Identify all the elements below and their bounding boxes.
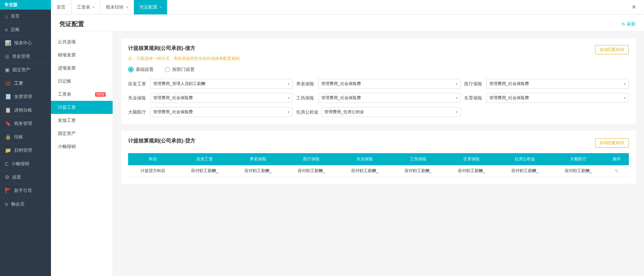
field-housing-select[interactable]: 管理费用_住房公积金 ▾ <box>321 107 461 117</box>
debit-section: 计提核算规则(公司承担)-借方 注：只能选择一种方式，系统将按照您当前的选择来配… <box>121 38 636 124</box>
col-major-medical: 大额医疗 <box>552 153 605 165</box>
field-injury-label: 工伤保险 <box>296 95 315 101</box>
sidebar-item-label: 小畅报销 <box>11 161 29 167</box>
sidebar-item-fixed-assets[interactable]: ▣ 固定资产 <box>0 63 51 77</box>
side-nav-input-invoice[interactable]: 进项发票 <box>51 62 113 75</box>
archive-icon: 📁 <box>5 147 11 153</box>
field-salary-select[interactable]: 管理费用_管理人员职工薪酬 ▾ <box>150 79 293 89</box>
sidebar-item-archive[interactable]: 📁 归档管理 <box>0 144 51 157</box>
window-close-button[interactable]: ✕ <box>629 2 638 12</box>
sidebar-item-closing[interactable]: 🔒 结账 <box>0 130 51 144</box>
tab-period-close-close[interactable]: × <box>126 5 128 9</box>
sidebar-item-xiao-report[interactable]: C 小畅报销 <box>0 157 51 171</box>
field-injury: 工伤保险 管理费用_社会保险费 ▾ <box>296 93 461 103</box>
invoice-icon: 🧾 <box>5 94 11 100</box>
closing-icon: 🔒 <box>5 134 11 140</box>
fixed-assets-icon: ▣ <box>5 67 10 73</box>
side-nav-calc-salary[interactable]: 计提工资 <box>51 101 113 114</box>
sidebar-item-settings[interactable]: ⚙ 设置 <box>0 171 51 184</box>
debit-auto-match-button[interactable]: 自动匹配科目 <box>595 45 629 54</box>
field-maternity: 生育保险 管理费用_社会保险费 ▾ <box>464 93 629 103</box>
cell-medical: 应付职工薪酬_ <box>285 165 338 177</box>
tab-home[interactable]: 首页 <box>51 0 71 14</box>
radio-department[interactable]: 按部门设置 <box>165 66 195 73</box>
side-nav-public-options[interactable]: 公共选项 <box>51 35 113 49</box>
side-nav: 公共选项 销项发票 进项发票 日记账 工资表 NEW 计提工资 发放工资 固 <box>51 31 113 276</box>
new-badge: NEW <box>95 92 106 97</box>
funds-icon: ◎ <box>5 53 9 60</box>
form-row-2: 失业保险 管理费用_社会保险费 ▾ 工伤保险 管理费用_社会保险费 ▾ <box>128 93 629 103</box>
guide-icon: 🚩 <box>5 188 11 194</box>
field-housing-label: 住房公积金 <box>296 109 319 115</box>
col-unemployment: 失业保险 <box>338 153 392 165</box>
field-medical-select[interactable]: 管理费用_社会保险费 ▾ <box>486 79 629 89</box>
sidebar-item-home[interactable]: ⌂ 首页 <box>0 10 51 23</box>
field-maternity-select[interactable]: 管理费用_社会保险费 ▾ <box>486 93 629 103</box>
sidebar-item-label: 税务管理 <box>14 120 32 127</box>
refresh-button[interactable]: ↻ 刷新 <box>622 21 636 27</box>
content-wrapper: 公共选项 销项发票 进项发票 日记账 工资表 NEW 计提工资 发放工资 固 <box>51 31 644 276</box>
sidebar-item-member[interactable]: V 畅会员 <box>0 198 51 211</box>
inout-icon: 📋 <box>5 107 11 113</box>
dropdown-arrow: ▾ <box>624 82 626 86</box>
sidebar-item-tax[interactable]: 🔖 税务管理 <box>0 117 51 130</box>
field-medical: 医疗保险 管理费用_社会保险费 ▾ <box>464 79 629 89</box>
side-nav-issue-salary[interactable]: 发放工资 <box>51 114 113 127</box>
sidebar-item-label: 报表中心 <box>14 40 32 46</box>
field-salary-label: 应发工资 <box>128 81 147 87</box>
col-pension: 养老保险 <box>231 153 285 165</box>
sidebar-item-label: 进销台账 <box>14 107 32 113</box>
side-nav-cancel-invoice[interactable]: 销项发票 <box>51 49 113 62</box>
tab-payroll-close[interactable]: × <box>92 5 94 9</box>
field-major-medical-value: 管理费用_社会保险费 <box>153 109 193 115</box>
radio-basic[interactable]: 基础设置 <box>128 66 154 73</box>
dropdown-arrow: ▾ <box>288 110 290 114</box>
cell-salary: 应付职工薪酬_ <box>178 165 231 177</box>
radio-basic-circle <box>128 67 134 72</box>
cell-action[interactable]: ✎ <box>605 165 629 177</box>
form-row-3: 大额医疗 管理费用_社会保险费 ▾ 住房公积金 管理费用_住房公积金 ▾ <box>128 107 629 117</box>
radio-basic-label: 基础设置 <box>136 66 154 73</box>
sidebar-item-invoice[interactable]: 🧾 发票管理 <box>0 90 51 104</box>
field-pension-select[interactable]: 管理费用_社会保险费 ▾ <box>318 79 461 89</box>
debit-section-note: 注：只能选择一种方式，系统将按照您当前的选择来配置规则 <box>128 56 240 62</box>
sidebar-item-guide[interactable]: 🚩 新手引导 <box>0 184 51 198</box>
col-salary: 应发工资 <box>178 153 231 165</box>
col-subject: 科目 <box>128 153 178 165</box>
topbar: 首页 工资表 × 期末结转 × 凭证配置 × ✕ <box>51 0 644 14</box>
edit-icon[interactable]: ✎ <box>615 168 619 174</box>
side-nav-fixed-assets[interactable]: 固定资产 <box>51 127 113 140</box>
sidebar: 专业版 ⌂ 首页 ≡ 总账 📊 报表中心 ◎ 资金管理 ▣ 固定资产 💼 工资 … <box>0 0 51 276</box>
table-header-row: 科目 应发工资 养老保险 医疗保险 失业保险 工伤保险 生育保险 住房公积金 大… <box>128 153 629 165</box>
side-nav-journal[interactable]: 日记账 <box>51 75 113 88</box>
field-pension-value: 管理费用_社会保险费 <box>321 81 361 87</box>
side-nav-payroll-table[interactable]: 工资表 NEW <box>51 88 113 101</box>
side-nav-label: 计提工资 <box>58 104 76 110</box>
sidebar-item-inout[interactable]: 📋 进销台账 <box>0 104 51 117</box>
cell-unemployment: 应付职工薪酬_ <box>338 165 392 177</box>
dropdown-arrow: ▾ <box>288 96 290 100</box>
sidebar-item-salary[interactable]: 💼 工资 <box>0 77 51 90</box>
tab-payroll[interactable]: 工资表 × <box>71 0 100 14</box>
sidebar-item-reports[interactable]: 📊 报表中心 <box>0 36 51 50</box>
field-injury-select[interactable]: 管理费用_社会保险费 ▾ <box>318 93 461 103</box>
tab-voucher-config-close[interactable]: × <box>159 5 162 9</box>
ledger-icon: ≡ <box>5 27 8 33</box>
sidebar-item-ledger[interactable]: ≡ 总账 <box>0 23 51 36</box>
tab-voucher-config[interactable]: 凭证配置 × <box>134 0 167 14</box>
field-major-medical-select[interactable]: 管理费用_社会保险费 ▾ <box>150 107 293 117</box>
sidebar-item-funds[interactable]: ◎ 资金管理 <box>0 50 51 63</box>
col-housing: 住房公积金 <box>498 153 552 165</box>
field-salary-value: 管理费用_管理人员职工薪酬 <box>153 81 205 87</box>
field-unemployment-select[interactable]: 管理费用_社会保险费 ▾ <box>150 93 293 103</box>
side-nav-small-report[interactable]: 小畅报销 <box>51 140 113 153</box>
field-maternity-label: 生育保险 <box>464 95 484 101</box>
sidebar-item-label: 首页 <box>11 13 20 19</box>
tab-period-close[interactable]: 期末结转 × <box>100 0 134 14</box>
sidebar-item-label: 发票管理 <box>14 94 32 100</box>
main-panel: 计提核算规则(公司承担)-借方 注：只能选择一种方式，系统将按照您当前的选择来配… <box>113 31 644 276</box>
sidebar-item-label: 资金管理 <box>12 53 30 60</box>
field-pension: 养老保险 管理费用_社会保险费 ▾ <box>296 79 461 89</box>
credit-auto-match-button[interactable]: 自动匹配科目 <box>595 138 629 148</box>
field-unemployment: 失业保险 管理费用_社会保险费 ▾ <box>128 93 293 103</box>
